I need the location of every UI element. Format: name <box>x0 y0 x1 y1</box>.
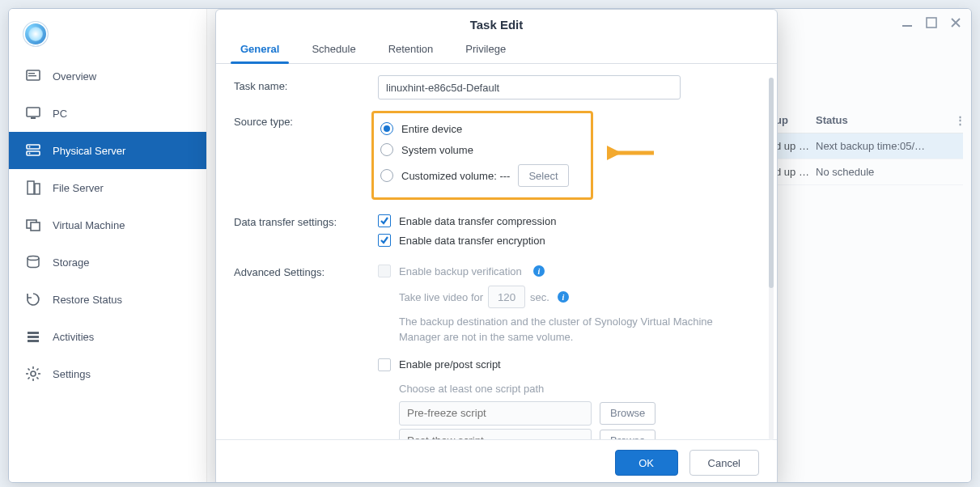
svg-rect-8 <box>27 151 40 155</box>
sidebar-item-label: Storage <box>53 256 90 269</box>
radio-label: Entire device <box>401 123 462 135</box>
checkbox-label: Enable pre/post script <box>399 358 501 371</box>
prefreeze-script-input[interactable] <box>399 401 592 426</box>
check-encryption[interactable]: Enable data transfer encryption <box>378 231 759 250</box>
select-volume-button[interactable]: Select <box>518 164 568 187</box>
live-suffix: sec. <box>530 291 549 303</box>
svg-rect-0 <box>902 25 912 27</box>
restore-icon <box>25 291 41 307</box>
checkbox-label: Enable data transfer compression <box>399 215 556 227</box>
sidebar-item-label: Virtual Machine <box>53 219 125 231</box>
source-type-group: Entire device System volume Customized v… <box>371 111 593 200</box>
tab-bar: General Schedule Retention Privilege <box>216 35 777 64</box>
sidebar-item-restore-status[interactable]: Restore Status <box>9 281 206 318</box>
task-name-input[interactable] <box>378 75 681 100</box>
sidebar-item-label: Physical Server <box>53 145 125 157</box>
app-window: Overview PC Physical Server File Server … <box>8 8 972 483</box>
check-pre-post-script[interactable]: Enable pre/post script <box>378 355 759 375</box>
svg-rect-1 <box>927 18 936 28</box>
svg-rect-3 <box>28 73 35 74</box>
live-prefix: Take live video for <box>399 291 483 303</box>
info-icon[interactable]: i <box>533 265 545 277</box>
svg-line-25 <box>36 377 38 379</box>
script-path-note: Choose at least one script path <box>399 383 759 395</box>
sidebar-item-physical-server[interactable]: Physical Server <box>9 132 206 169</box>
minimize-icon[interactable] <box>902 17 913 28</box>
server-icon <box>25 142 41 159</box>
radio-icon <box>380 169 393 182</box>
svg-rect-14 <box>31 222 40 231</box>
checkbox-icon <box>378 234 391 247</box>
tab-schedule[interactable]: Schedule <box>297 35 370 63</box>
scrollbar-thumb[interactable] <box>769 78 774 288</box>
task-name-label: Task name: <box>234 75 378 92</box>
sidebar-item-pc[interactable]: PC <box>9 95 206 132</box>
svg-point-10 <box>29 153 31 155</box>
window-controls <box>902 17 961 28</box>
info-icon[interactable]: i <box>558 291 569 303</box>
svg-rect-5 <box>27 108 40 116</box>
modal-footer: OK Cancel <box>216 439 777 483</box>
radio-icon <box>380 143 393 156</box>
svg-rect-17 <box>28 336 39 338</box>
overview-icon <box>25 68 41 84</box>
check-backup-verification[interactable]: Enable backup verification i <box>378 261 759 281</box>
sidebar-item-file-server[interactable]: File Server <box>9 169 206 206</box>
cancel-button[interactable]: Cancel <box>689 450 759 476</box>
pc-icon <box>25 105 41 121</box>
checkbox-icon <box>378 214 391 227</box>
svg-rect-7 <box>27 145 40 149</box>
sidebar: Overview PC Physical Server File Server … <box>9 9 207 482</box>
checkbox-label: Enable backup verification <box>399 265 522 277</box>
svg-rect-18 <box>28 340 39 342</box>
svg-rect-11 <box>28 181 34 194</box>
svg-point-19 <box>31 371 36 376</box>
sidebar-item-activities[interactable]: Activities <box>9 318 206 355</box>
sidebar-item-storage[interactable]: Storage <box>9 244 206 281</box>
close-icon[interactable] <box>950 17 961 28</box>
modal-body: Task name: Source type: Entire device <box>216 64 777 439</box>
vm-icon <box>25 217 41 233</box>
svg-line-26 <box>36 369 38 371</box>
main-area: up Status ⋮ d up … Next backup time:05/…… <box>207 9 971 482</box>
radio-system-volume[interactable]: System volume <box>379 139 584 160</box>
tab-privilege[interactable]: Privilege <box>451 35 520 63</box>
svg-rect-6 <box>31 117 36 119</box>
app-logo-icon <box>23 22 48 46</box>
svg-point-15 <box>28 256 39 260</box>
tab-retention[interactable]: Retention <box>374 35 448 63</box>
browse-postthaw-button[interactable]: Browse <box>600 430 655 439</box>
live-video-seconds-input[interactable] <box>488 286 525 308</box>
checkbox-icon <box>378 265 391 277</box>
live-video-row: Take live video for sec. i <box>399 286 759 308</box>
radio-customized-volume[interactable]: Customized volume: --- Select <box>379 160 584 191</box>
sidebar-item-label: Restore Status <box>53 294 122 306</box>
maximize-icon[interactable] <box>926 17 937 28</box>
tab-general[interactable]: General <box>226 35 294 63</box>
sidebar-item-virtual-machine[interactable]: Virtual Machine <box>9 206 206 244</box>
data-transfer-label: Data transfer settings: <box>234 211 378 228</box>
check-compression[interactable]: Enable data transfer compression <box>378 211 759 231</box>
sidebar-item-label: PC <box>53 108 67 120</box>
postthaw-script-input[interactable] <box>399 429 592 439</box>
radio-entire-device[interactable]: Entire device <box>379 118 584 139</box>
advanced-label: Advanced Settings: <box>234 261 378 278</box>
callout-arrow-icon <box>607 143 655 165</box>
source-type-label: Source type: <box>234 111 378 128</box>
sidebar-item-label: File Server <box>53 182 104 194</box>
svg-line-24 <box>28 369 30 371</box>
svg-rect-12 <box>35 184 40 194</box>
activities-icon <box>25 328 41 345</box>
checkbox-icon <box>378 358 391 371</box>
radio-label: Customized volume: --- <box>401 170 510 182</box>
browse-prefreeze-button[interactable]: Browse <box>600 402 655 425</box>
modal-scrollbar[interactable] <box>769 78 774 440</box>
destination-note: The backup destination and the cluster o… <box>399 315 747 345</box>
modal-title: Task Edit <box>216 10 777 35</box>
sidebar-item-settings[interactable]: Settings <box>9 355 206 392</box>
svg-rect-4 <box>28 75 36 76</box>
ok-button[interactable]: OK <box>615 450 678 476</box>
sidebar-item-overview[interactable]: Overview <box>9 57 206 95</box>
task-edit-modal: Task Edit General Schedule Retention Pri… <box>215 9 778 483</box>
sidebar-item-label: Settings <box>53 368 91 380</box>
